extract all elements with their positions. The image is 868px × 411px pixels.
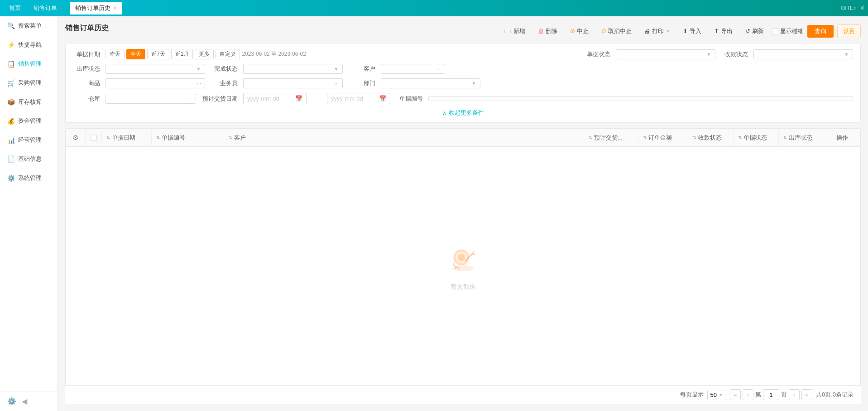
- date-today-btn[interactable]: 今天: [126, 49, 145, 59]
- receipt-status-label: 收款状态: [721, 50, 748, 58]
- sidebar-collapse-icon[interactable]: ◀: [22, 397, 27, 406]
- dept-select[interactable]: ▼: [381, 78, 480, 88]
- prev-page-btn[interactable]: ‹: [743, 389, 753, 400]
- salesperson-select[interactable]: ···: [243, 78, 343, 88]
- tab-sales-order[interactable]: 销售订单 ×: [28, 2, 68, 15]
- sidebar-item-search-menu-label: 搜索菜单: [18, 22, 42, 30]
- date-custom-btn[interactable]: 自定义: [216, 49, 240, 59]
- tab-sales-order-label: 销售订单: [34, 4, 57, 12]
- page-number-input[interactable]: [763, 389, 779, 400]
- dept-arrow-icon: ▼: [471, 81, 476, 86]
- print-button[interactable]: 🖨 打印 ▼: [640, 25, 675, 38]
- sidebar-item-operations[interactable]: 📊 经营管理: [0, 131, 58, 150]
- display-cols-check[interactable]: 显示碰细: [772, 27, 804, 35]
- th-action-label: 操作: [836, 134, 848, 142]
- filter-panel: 单据日期 昨天 今天 近7天 近1月 更多 自定义 2023-06-02 至 2…: [65, 43, 861, 123]
- tab-sales-order-history-close[interactable]: ×: [113, 5, 116, 11]
- customer-ellipsis-icon: ···: [436, 66, 440, 72]
- th-date-sort-icon[interactable]: ⇅: [106, 135, 110, 140]
- date-1month-btn[interactable]: 近1月: [171, 49, 193, 59]
- date-group: 昨天 今天 近7天 近1月 更多 自定义 2023-06-02 至 2023-0…: [106, 49, 578, 59]
- sales-mgmt-icon: 📋: [7, 60, 14, 68]
- th-number-label: 单据编号: [162, 134, 185, 142]
- date-more-btn[interactable]: 更多: [195, 49, 214, 59]
- delete-button[interactable]: 🗑 删除: [533, 25, 562, 38]
- receipt-status-select[interactable]: ▼: [753, 49, 853, 59]
- th-receipt: ⇅ 收款状态: [688, 130, 734, 145]
- total-info: 共0页,0条记录: [816, 391, 854, 399]
- th-date-label: 单据日期: [112, 134, 135, 142]
- page-suffix: 页: [781, 391, 787, 399]
- sidebar-item-sales-mgmt[interactable]: 📋 销售管理: [0, 54, 58, 73]
- svg-point-3: [458, 254, 465, 261]
- export-button[interactable]: ⬆ 导出: [710, 25, 737, 38]
- tab-bar: 首页 销售订单 × 销售订单历史 ×: [4, 2, 841, 15]
- settings-btn[interactable]: 设置: [837, 24, 861, 38]
- th-bill-status-sort-icon[interactable]: ⇅: [738, 135, 742, 140]
- delivery-date-end-input[interactable]: yyyy-mm-dd 📅: [327, 93, 390, 104]
- cancel-stop-button[interactable]: ⊙ 取消中止: [597, 25, 636, 38]
- table-footer: 每页显示 50 ▼ « ‹ 第 页 › »: [65, 385, 861, 404]
- date-7days-btn[interactable]: 近7天: [147, 49, 169, 59]
- sidebar-item-purchase-mgmt[interactable]: 🛒 采购管理: [0, 73, 58, 92]
- sidebar-settings-icon[interactable]: ⚙️: [7, 397, 16, 406]
- sidebar-item-inventory[interactable]: 📦 库存核算: [0, 92, 58, 111]
- bill-number-input[interactable]: [428, 97, 853, 101]
- query-button[interactable]: 查询: [807, 25, 834, 38]
- th-date: ⇅ 单据日期: [102, 130, 152, 145]
- operations-icon: 📊: [7, 136, 14, 144]
- first-page-btn[interactable]: «: [730, 389, 741, 400]
- display-cols-checkbox[interactable]: [772, 28, 778, 34]
- import-button[interactable]: ⬇ 导入: [678, 25, 706, 38]
- customer-select[interactable]: ···: [381, 64, 444, 74]
- next-page-btn[interactable]: ›: [789, 389, 800, 400]
- new-button[interactable]: + + 新增: [499, 25, 530, 38]
- bill-status-select[interactable]: ▼: [616, 49, 715, 59]
- th-amount-sort-icon[interactable]: ⇅: [643, 135, 647, 140]
- top-bar-close-icon[interactable]: ×: [860, 4, 864, 12]
- per-page-arrow-icon: ▼: [719, 392, 723, 397]
- stop-button[interactable]: ⊘ 中止: [566, 25, 593, 38]
- sidebar-item-search-menu[interactable]: 🔍 搜索菜单: [0, 16, 58, 35]
- th-customer: ⇅ 客户: [224, 130, 584, 145]
- th-action: 操作: [824, 130, 860, 145]
- sidebar-item-quick-nav-label: 快捷导航: [18, 41, 42, 49]
- sidebar-item-basic-info[interactable]: 📄 基础信息: [0, 150, 58, 169]
- tab-sales-order-history[interactable]: 销售订单历史 ×: [70, 2, 121, 15]
- th-delivery-sort-icon[interactable]: ⇅: [589, 135, 592, 140]
- out-status-select[interactable]: ▼: [106, 64, 205, 74]
- tab-sales-order-close[interactable]: ×: [60, 5, 62, 11]
- sidebar-item-quick-nav[interactable]: ⚡ 快捷导航: [0, 35, 58, 54]
- goods-ellipsis-icon: ···: [197, 81, 201, 86]
- delivery-date-start-input[interactable]: yyyy-mm-dd 📅: [243, 93, 307, 104]
- complete-status-select[interactable]: ▼: [243, 64, 343, 74]
- goods-select[interactable]: ···: [106, 78, 205, 88]
- last-page-btn[interactable]: »: [801, 389, 812, 400]
- sidebar-item-basic-info-label: 基础信息: [18, 155, 42, 163]
- tab-home[interactable]: 首页: [4, 2, 26, 15]
- th-number-sort-icon[interactable]: ⇅: [156, 135, 160, 140]
- sidebar-item-system-mgmt[interactable]: ⚙️ 系统管理: [0, 169, 58, 188]
- header-checkbox[interactable]: [91, 135, 97, 141]
- complete-status-label: 完成状态: [211, 65, 238, 73]
- sidebar-item-finance-label: 资金管理: [18, 117, 42, 125]
- per-page-select[interactable]: 50 ▼: [707, 390, 726, 400]
- date-yesterday-btn[interactable]: 昨天: [106, 49, 125, 59]
- th-receipt-sort-icon[interactable]: ⇅: [693, 135, 696, 140]
- warehouse-select[interactable]: ···: [106, 94, 196, 104]
- page-label: 第: [755, 391, 761, 399]
- refresh-button[interactable]: ↺ 刷新: [741, 25, 768, 38]
- th-customer-sort-icon[interactable]: ⇅: [229, 135, 232, 140]
- th-settings[interactable]: ⚙: [66, 130, 86, 145]
- table-settings-icon[interactable]: ⚙: [72, 134, 78, 142]
- empty-illustration: [441, 241, 486, 277]
- collapse-btn[interactable]: ∧ 收起更多条件: [73, 109, 853, 117]
- delivery-date-end-value: yyyy-mm-dd: [331, 95, 377, 102]
- th-out-status-sort-icon[interactable]: ⇅: [783, 135, 787, 140]
- th-number: ⇅ 单据编号: [152, 130, 224, 145]
- th-check[interactable]: [86, 131, 102, 145]
- sidebar-item-finance[interactable]: 💰 资金管理: [0, 111, 58, 131]
- delivery-date-label: 预计交货日期: [201, 95, 238, 103]
- delete-icon: 🗑: [538, 28, 544, 34]
- page-nav: « ‹ 第 页 › »: [730, 389, 812, 400]
